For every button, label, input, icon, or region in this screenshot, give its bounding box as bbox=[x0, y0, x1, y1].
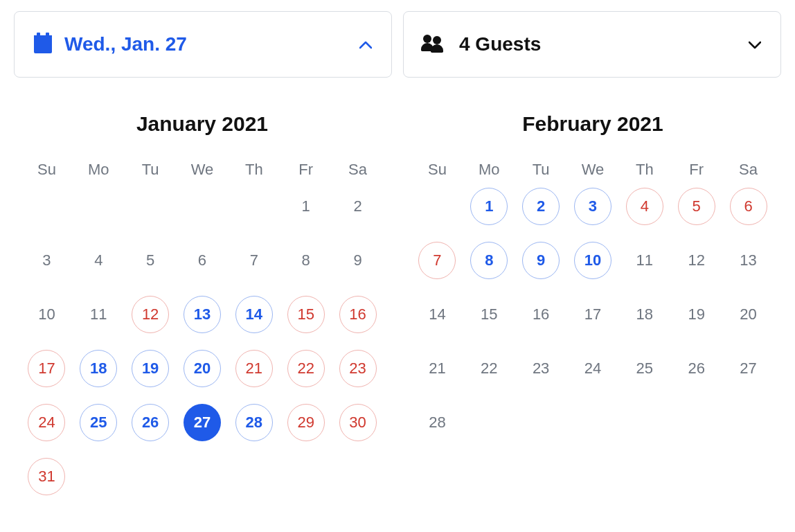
calendar-day: 25 bbox=[626, 350, 663, 387]
calendar-day: 26 bbox=[678, 350, 715, 387]
calendar-day: 24 bbox=[574, 350, 611, 387]
calendar-day: 11 bbox=[626, 242, 663, 279]
calendar-day[interactable]: 14 bbox=[235, 296, 273, 333]
calendar-day[interactable]: 31 bbox=[28, 458, 65, 495]
calendar-day[interactable]: 24 bbox=[28, 404, 65, 441]
calendar-day: 15 bbox=[470, 296, 508, 333]
calendar-day: 20 bbox=[730, 296, 767, 333]
weekday-label: Su bbox=[21, 161, 73, 179]
calendar-day: 28 bbox=[418, 404, 456, 441]
calendar-day[interactable]: 5 bbox=[678, 188, 715, 225]
calendar-day: 19 bbox=[678, 296, 715, 333]
weekday-label: We bbox=[567, 161, 619, 179]
calendar-day: 5 bbox=[132, 242, 169, 279]
calendar-day: 8 bbox=[287, 242, 325, 279]
calendar-day[interactable]: 20 bbox=[184, 350, 221, 387]
calendar-day[interactable]: 3 bbox=[574, 188, 611, 225]
calendar-icon bbox=[34, 35, 52, 53]
calendar-day: 7 bbox=[235, 242, 273, 279]
calendar-day: 11 bbox=[80, 296, 117, 333]
calendar-day[interactable]: 17 bbox=[28, 350, 65, 387]
calendar-day: 3 bbox=[28, 242, 65, 279]
calendar-day[interactable]: 6 bbox=[730, 188, 767, 225]
calendar-day[interactable]: 16 bbox=[339, 296, 377, 333]
calendar-day[interactable]: 13 bbox=[184, 296, 221, 333]
weekday-label: Tu bbox=[125, 161, 177, 179]
calendar-day[interactable]: 2 bbox=[522, 188, 560, 225]
calendar-day[interactable]: 29 bbox=[287, 404, 325, 441]
calendar-day[interactable]: 4 bbox=[626, 188, 663, 225]
calendar-day[interactable]: 15 bbox=[287, 296, 325, 333]
month-title: February 2021 bbox=[411, 112, 774, 136]
calendar-day: 4 bbox=[80, 242, 117, 279]
weekday-label: Sa bbox=[332, 161, 384, 179]
calendar-day[interactable]: 8 bbox=[470, 242, 508, 279]
calendar-month: January 2021SuMoTuWeThFrSa12345678910111… bbox=[21, 112, 384, 497]
calendar-day: 23 bbox=[522, 350, 560, 387]
calendar-day: 21 bbox=[418, 350, 456, 387]
calendar-day[interactable]: 9 bbox=[522, 242, 560, 279]
calendar-month: February 2021SuMoTuWeThFrSa1234567891011… bbox=[411, 112, 774, 497]
weekday-label: Mo bbox=[463, 161, 515, 179]
calendar-day: 14 bbox=[418, 296, 456, 333]
calendar-day[interactable]: 22 bbox=[287, 350, 325, 387]
calendar-day: 2 bbox=[339, 188, 377, 225]
calendar-day[interactable]: 30 bbox=[339, 404, 377, 441]
calendar-day: 22 bbox=[470, 350, 508, 387]
calendar-day[interactable]: 7 bbox=[418, 242, 456, 279]
calendar-blank bbox=[411, 186, 463, 227]
calendar-day: 6 bbox=[184, 242, 221, 279]
weekday-label: Th bbox=[228, 161, 280, 179]
weekday-header: SuMoTuWeThFrSa bbox=[21, 161, 384, 179]
calendar-day: 27 bbox=[730, 350, 767, 387]
calendar-day[interactable]: 23 bbox=[339, 350, 377, 387]
calendar-day: 18 bbox=[626, 296, 663, 333]
weekday-label: Su bbox=[411, 161, 463, 179]
calendar-day: 12 bbox=[678, 242, 715, 279]
calendar-day[interactable]: 18 bbox=[80, 350, 117, 387]
calendar-day[interactable]: 19 bbox=[132, 350, 169, 387]
calendar-blank bbox=[73, 186, 125, 227]
weekday-header: SuMoTuWeThFrSa bbox=[411, 161, 774, 179]
calendar-day[interactable]: 27 bbox=[184, 404, 221, 441]
guests-picker-label: 4 Guests bbox=[459, 33, 749, 55]
calendar-day[interactable]: 12 bbox=[132, 296, 169, 333]
calendar-day: 13 bbox=[730, 242, 767, 279]
calendar-day: 17 bbox=[574, 296, 611, 333]
calendar-day: 10 bbox=[28, 296, 65, 333]
weekday-label: Fr bbox=[670, 161, 722, 179]
weekday-label: Tu bbox=[515, 161, 567, 179]
calendar-day: 16 bbox=[522, 296, 560, 333]
calendar-blank bbox=[21, 186, 73, 227]
calendar-day: 9 bbox=[339, 242, 377, 279]
weekday-label: We bbox=[177, 161, 229, 179]
chevron-down-icon bbox=[749, 37, 761, 53]
calendar-blank bbox=[177, 186, 229, 227]
calendar-day[interactable]: 28 bbox=[235, 404, 273, 441]
weekday-label: Fr bbox=[280, 161, 332, 179]
month-title: January 2021 bbox=[21, 112, 384, 136]
calendar-day[interactable]: 21 bbox=[235, 350, 273, 387]
calendar-blank bbox=[125, 186, 177, 227]
weekday-label: Sa bbox=[722, 161, 774, 179]
date-picker-label: Wed., Jan. 27 bbox=[64, 33, 359, 55]
guests-picker-toggle[interactable]: 4 Guests bbox=[403, 11, 781, 78]
calendar-grid: 1234567891011121314151617181920212223242… bbox=[21, 186, 384, 497]
calendar-day[interactable]: 26 bbox=[132, 404, 169, 441]
date-picker-toggle[interactable]: Wed., Jan. 27 bbox=[14, 11, 392, 78]
calendar-day: 1 bbox=[287, 188, 325, 225]
calendar-day[interactable]: 1 bbox=[470, 188, 508, 225]
people-icon bbox=[423, 35, 447, 54]
calendar-grid: 1234567891011121314151617181920212223242… bbox=[411, 186, 774, 443]
calendar-blank bbox=[228, 186, 280, 227]
weekday-label: Mo bbox=[73, 161, 125, 179]
chevron-up-icon bbox=[359, 37, 372, 53]
weekday-label: Th bbox=[618, 161, 670, 179]
calendar-day[interactable]: 10 bbox=[574, 242, 611, 279]
calendar-day[interactable]: 25 bbox=[80, 404, 117, 441]
